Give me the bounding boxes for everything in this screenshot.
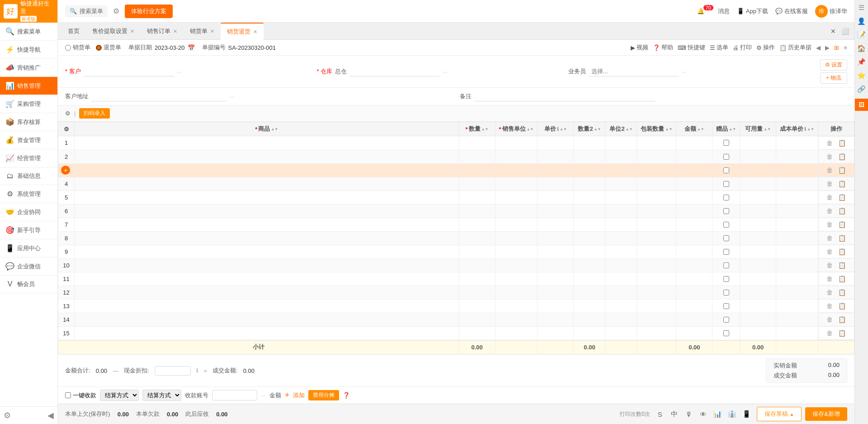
tab-maximize[interactable]: ⬜ (840, 27, 851, 36)
sidebar-item-appstore[interactable]: 📱 应用中心 (0, 239, 57, 257)
logistics-button[interactable]: + 物流 (820, 72, 847, 84)
delete-row-1[interactable]: 🗑 (825, 138, 835, 148)
customer-dots[interactable]: ··· (177, 68, 182, 75)
row-goods[interactable] (75, 136, 459, 150)
account-dots[interactable]: ··· (261, 392, 266, 399)
del-11[interactable]: 🗑 (825, 274, 835, 283)
del-15[interactable]: 🗑 (825, 329, 835, 338)
gift-12[interactable] (723, 290, 729, 295)
tab-sales-order-close[interactable]: ✕ (173, 25, 177, 37)
sidebar-item-finance[interactable]: 💰 资金管理 (0, 131, 57, 149)
sidebar-item-quicknav[interactable]: ⚡ 快捷导航 (0, 41, 57, 59)
gift-4[interactable] (723, 181, 729, 187)
user-menu[interactable]: 徐 徐泽华 (815, 5, 847, 18)
copy-row-1[interactable]: 📋 (836, 138, 848, 148)
radio-return-input[interactable] (96, 45, 102, 51)
sidebar-item-member[interactable]: V 畅会员 (0, 276, 57, 293)
gift-6[interactable] (723, 208, 729, 214)
toolbar-icon-1[interactable]: S (654, 408, 666, 420)
gift-5[interactable] (723, 195, 729, 200)
sidebar-item-enterprise[interactable]: 🤝 企业协同 (0, 203, 57, 221)
th-settings[interactable]: ⚙ (58, 122, 75, 136)
action-select[interactable]: ☰ 选单 (710, 43, 728, 52)
tab-sales-note-close[interactable]: ✕ (210, 25, 214, 37)
save-draft-button[interactable]: 保存草稿 ▲ (757, 407, 802, 421)
copy-5[interactable]: 📋 (836, 193, 848, 202)
sidebar-item-inventory[interactable]: 📦 库存核算 (0, 113, 57, 131)
del-14[interactable]: 🗑 (825, 315, 835, 324)
gift-14[interactable] (723, 317, 729, 323)
delete-row-2[interactable]: 🗑 (825, 152, 835, 161)
toolbar-icon-5[interactable]: 📊 (712, 408, 724, 420)
fee-split-button[interactable]: 费用分摊 (308, 390, 339, 400)
sidebar-settings-icon[interactable]: ⚙ (4, 410, 11, 420)
tab-home[interactable]: 首页 (61, 23, 86, 40)
action-operations[interactable]: ⚙ 操作 (756, 43, 775, 52)
gift-10[interactable] (723, 262, 729, 268)
action-video[interactable]: ▶ 视频 (631, 43, 648, 52)
right-panel-icon-5[interactable]: 📌 (857, 58, 866, 66)
radio-sales[interactable]: 销货单 (65, 43, 90, 52)
warehouse-input[interactable] (349, 67, 440, 76)
gift-15[interactable] (723, 330, 729, 336)
del-13[interactable]: 🗑 (825, 301, 835, 310)
copy-8[interactable]: 📋 (836, 233, 848, 243)
toolbar-icon-3[interactable]: 🎙 (683, 408, 695, 420)
salesperson-input[interactable] (589, 67, 679, 76)
right-panel-icon-3[interactable]: 📝 (857, 31, 866, 39)
right-panel-icon-1[interactable]: ☰ (859, 4, 864, 12)
nav-prev-icon[interactable]: ◀ (816, 44, 821, 51)
copy-row-2[interactable]: 📋 (836, 152, 848, 161)
action-print[interactable]: 🖨 打印 (733, 43, 752, 52)
topbar-search[interactable]: 🔍 搜索菜单 (65, 5, 108, 17)
date-picker-icon[interactable]: 📅 (188, 44, 195, 51)
tab-sales-note[interactable]: 销货单 ✕ (184, 23, 221, 40)
goods-input-1[interactable] (77, 139, 456, 146)
action-shortcuts[interactable]: ⌨ 快捷键 (678, 43, 705, 52)
radio-sales-input[interactable] (65, 45, 71, 51)
gift-checkbox-2[interactable] (723, 154, 729, 160)
one-click-pay-checkbox[interactable]: 一键收款 (65, 391, 96, 400)
save-new-button[interactable]: 保存&新增 (805, 407, 847, 421)
topbar-settings-icon[interactable]: ⚙ (113, 7, 119, 15)
del-4[interactable]: 🗑 (825, 179, 835, 188)
sidebar-item-basics[interactable]: 🗂 基础信息 (0, 167, 57, 185)
add-fee-button[interactable]: + (285, 391, 290, 400)
online-service-button[interactable]: 💬 在线客服 (775, 7, 808, 15)
gift-checkbox-1[interactable] (723, 140, 729, 146)
sidebar-item-purchase[interactable]: 🛒 采购管理 (0, 95, 57, 113)
copy-10[interactable]: 📋 (836, 261, 848, 270)
gift-7[interactable] (723, 222, 729, 228)
sidebar-item-system[interactable]: ⚙ 系统管理 (0, 185, 57, 203)
goods-input-3[interactable] (77, 167, 456, 174)
del-10[interactable]: 🗑 (825, 261, 835, 270)
scan-input-button[interactable]: 扫码录入 (79, 108, 110, 119)
del-7[interactable]: 🗑 (825, 220, 835, 229)
copy-15[interactable]: 📋 (836, 329, 848, 338)
copy-11[interactable]: 📋 (836, 274, 848, 283)
add-row-button[interactable]: + (61, 166, 70, 175)
sidebar-collapse-icon[interactable]: ◀ (47, 410, 54, 420)
sidebar-item-marketing[interactable]: 📣 营销推广 (0, 59, 57, 77)
sidebar-item-sales[interactable]: 📊 销售管理 (0, 77, 57, 95)
del-8[interactable]: 🗑 (825, 233, 835, 243)
copy-12[interactable]: 📋 (836, 288, 848, 297)
action-help[interactable]: ❓ 帮助 (653, 43, 673, 52)
toolbar-icon-4[interactable]: 👁 (697, 408, 710, 420)
add-row-cell[interactable]: + (58, 163, 75, 177)
right-panel-active[interactable]: 🖼 (855, 99, 868, 111)
sidebar-item-search[interactable]: 🔍 搜索菜单 (0, 23, 57, 41)
gift-8[interactable] (723, 235, 729, 241)
table-scroll[interactable]: ⚙ * 商品 ▲▼ * 数量 (58, 122, 854, 354)
cash-discount-input[interactable] (155, 366, 191, 376)
del-5[interactable]: 🗑 (825, 193, 835, 202)
sidebar-item-wechat[interactable]: 💬 企业微信 (0, 257, 57, 276)
salesperson-dots[interactable]: ··· (682, 68, 687, 75)
address-input[interactable] (91, 91, 227, 101)
tab-close-all[interactable]: ✕ (829, 27, 838, 36)
tab-price-extract[interactable]: 售价提取设置 ✕ (86, 23, 141, 40)
address-dots[interactable]: ··· (230, 93, 235, 100)
del-6[interactable]: 🗑 (825, 206, 835, 215)
experience-button[interactable]: 体验行业方案 (125, 5, 173, 18)
view-list-icon[interactable]: ≡ (844, 44, 847, 51)
